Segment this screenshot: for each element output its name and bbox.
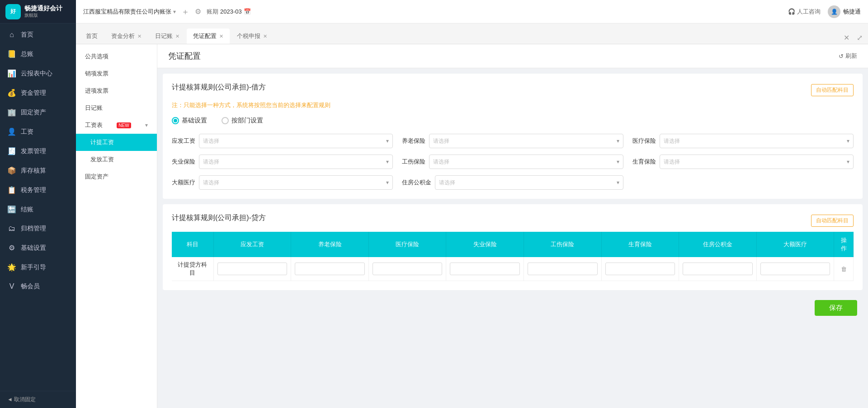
sidebar-item-vip[interactable]: V畅会员: [0, 277, 76, 296]
tab-voucher_config[interactable]: 凭证配置✕: [187, 28, 230, 44]
left-menu-item-payroll_calc[interactable]: 计提工资: [76, 134, 157, 151]
sidebar-item-inventory[interactable]: 📦库存核算: [0, 161, 76, 180]
left-menu-item-purchase_invoice[interactable]: 进项发票: [76, 82, 157, 99]
nav-icon-vip: V: [7, 282, 16, 291]
refresh-button[interactable]: ↺ 刷新: [839, 52, 857, 60]
sidebar-item-checkout[interactable]: 🔚结账: [0, 200, 76, 219]
expand-tab-button[interactable]: ⤢: [855, 32, 864, 44]
tab-label-home: 首页: [86, 32, 98, 40]
td-dale-input[interactable]: [760, 263, 830, 275]
nav-label-invoice: 发票管理: [21, 147, 46, 155]
debit-radio-group: 基础设置 按部门设置: [172, 117, 854, 125]
tab-close-diary[interactable]: ✕: [175, 33, 179, 39]
radio-dept[interactable]: 按部门设置: [222, 117, 263, 125]
sidebar-item-tax[interactable]: 📋税务管理: [0, 180, 76, 200]
user-menu[interactable]: 👤 畅捷通: [828, 5, 861, 18]
field-yiliao: 医疗保险 请选择 ▾: [632, 134, 854, 148]
nav-label-inventory: 库存核算: [21, 167, 46, 175]
left-menu-label-diary: 日记账: [85, 104, 103, 112]
user-name: 畅捷通: [843, 8, 861, 16]
save-button[interactable]: 保存: [815, 300, 857, 316]
delete-row-button[interactable]: 🗑: [841, 266, 847, 272]
field-shiye: 失业保险 请选择 ▾: [172, 155, 393, 169]
field-dale-placeholder: 请选择: [203, 179, 219, 187]
sidebar-item-salary[interactable]: 👤工资: [0, 122, 76, 141]
td-gongshang-input[interactable]: [528, 263, 598, 275]
field-yingfa-select[interactable]: 请选择 ▾: [199, 134, 393, 148]
nav-label-checkout: 结账: [21, 206, 33, 214]
td-yiliao-input[interactable]: [373, 263, 443, 275]
debit-auto-match-button[interactable]: 自动匹配科目: [811, 84, 854, 96]
sidebar-item-settings[interactable]: ⚙基础设置: [0, 238, 76, 258]
sidebar-item-guide[interactable]: 🌟新手引导: [0, 258, 76, 277]
refresh-label: 刷新: [845, 52, 857, 60]
left-menu-item-fixed_assets[interactable]: 固定资产: [76, 168, 157, 185]
sidebar-item-invoice[interactable]: 🧾发票管理: [0, 141, 76, 161]
tab-close-tax_report[interactable]: ✕: [263, 33, 267, 39]
left-menu-item-sales_invoice[interactable]: 销项发票: [76, 65, 157, 82]
credit-auto-match-button[interactable]: 自动匹配科目: [811, 215, 854, 227]
radio-basic[interactable]: 基础设置: [172, 117, 207, 125]
content-area: 公共选项销项发票进项发票日记账工资表NEW▾计提工资发放工资固定资产 凭证配置 …: [76, 44, 868, 408]
field-gongshang: 工伤保险 请选择 ▾: [402, 155, 623, 169]
td-yanglao-input[interactable]: [295, 263, 365, 275]
sidebar-item-reports[interactable]: 📊云报表中心: [0, 64, 76, 83]
tab-close-funds[interactable]: ✕: [137, 33, 142, 39]
cancel-pin-label: ◄ 取消固定: [7, 396, 36, 403]
th-shengyu: 生育保险: [601, 232, 679, 257]
left-menu-item-public[interactable]: 公共选项: [76, 48, 157, 65]
td-shengyu-input[interactable]: [605, 263, 675, 275]
sidebar-item-assets[interactable]: 🏢固定资产: [0, 103, 76, 122]
sidebar-item-funds[interactable]: 💰资金管理: [0, 83, 76, 103]
save-btn-bar: 保存: [157, 295, 868, 320]
period-selector[interactable]: 账期 2023-03 📅: [207, 8, 251, 16]
tab-home[interactable]: 首页: [80, 28, 104, 44]
credit-table-header-row: 科目 应发工资 养老保险 医疗保险 失业保险 工伤保险 生育保险 住房公积金 大…: [172, 232, 854, 257]
th-zhufang: 住房公积金: [679, 232, 757, 257]
company-selector[interactable]: 江西服宝精品有限责任公司内账张 ▾: [83, 8, 176, 16]
tab-close-voucher_config[interactable]: ✕: [219, 33, 223, 39]
td-yingfa-input[interactable]: [217, 263, 288, 275]
field-shiye-select[interactable]: 请选择 ▾: [199, 155, 393, 169]
cancel-pin-button[interactable]: ◄ 取消固定: [0, 391, 76, 408]
field-shengyu-select[interactable]: 请选择 ▾: [660, 155, 854, 169]
td-shiye-input[interactable]: [450, 263, 520, 275]
field-shengyu-chevron-icon: ▾: [847, 159, 849, 165]
logo-icon: 好: [5, 4, 21, 19]
radio-basic-circle: [172, 117, 179, 124]
add-tab-button[interactable]: ＋: [181, 6, 189, 17]
company-chevron-icon: ▾: [173, 9, 176, 15]
th-yingfa: 应发工资: [213, 232, 291, 257]
field-zhufang-chevron-icon: ▾: [617, 179, 619, 186]
service-button[interactable]: 🎧 人工咨询: [788, 8, 821, 16]
left-menu-label-public: 公共选项: [85, 52, 108, 61]
field-shengyu-placeholder: 请选择: [664, 158, 680, 166]
field-zhufang-select[interactable]: 请选择 ▾: [435, 175, 623, 190]
left-menu-item-diary[interactable]: 日记账: [76, 99, 157, 117]
tab-funds[interactable]: 资金分析✕: [105, 28, 148, 44]
field-dale-select[interactable]: 请选择 ▾: [199, 175, 393, 190]
sidebar-item-archive[interactable]: 🗂归档管理: [0, 219, 76, 238]
sidebar-item-home[interactable]: ⌂首页: [0, 25, 76, 44]
field-gongshang-select[interactable]: 请选择 ▾: [429, 155, 623, 169]
chevron-salary_table-icon: ▾: [145, 122, 148, 128]
tab-diary[interactable]: 日记账✕: [149, 28, 186, 44]
field-gongshang-label: 工伤保险: [402, 158, 425, 166]
td-subject-label: 计提贷方科目: [172, 257, 213, 281]
field-yingfa-chevron-icon: ▾: [386, 138, 389, 144]
headset-icon: 🎧: [788, 8, 795, 15]
left-menu-item-salary_table[interactable]: 工资表NEW▾: [76, 117, 157, 134]
left-menu-label-payroll_calc: 计提工资: [90, 138, 114, 146]
settings-icon[interactable]: ⚙: [195, 7, 201, 16]
tabbar: 首页资金分析✕日记账✕凭证配置✕个税申报✕ ✕ ⤢: [76, 23, 868, 44]
left-menu-item-payroll_pay[interactable]: 发放工资: [76, 151, 157, 168]
td-zhufang-input[interactable]: [683, 263, 753, 275]
field-shengyu-label: 生育保险: [632, 158, 656, 166]
close-tab-button[interactable]: ✕: [842, 32, 851, 44]
sidebar-item-ledger[interactable]: 📒总账: [0, 44, 76, 64]
field-yanglao-select[interactable]: 请选择 ▾: [429, 134, 623, 148]
field-yiliao-chevron-icon: ▾: [847, 138, 849, 144]
calendar-icon: 📅: [244, 8, 251, 15]
tab-tax_report[interactable]: 个税申报✕: [231, 28, 274, 44]
field-yiliao-select[interactable]: 请选择 ▾: [660, 134, 854, 148]
